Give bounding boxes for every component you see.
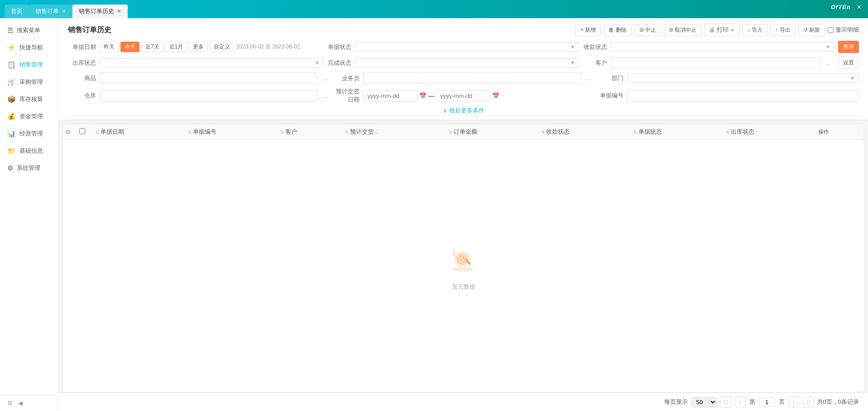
top-bar: 销售订单历史 首页 销售订单 ✕ 销售订单历史 ✕ OfTEn ✕ (0, 0, 868, 18)
goods-label: 商品 (68, 74, 100, 82)
date-btn-7days[interactable]: 近7天 (141, 42, 163, 52)
sidebar-item-system-mgmt[interactable]: ⚙ 系统管理 (0, 160, 58, 177)
filter-area: 单据日期 昨天 今天 近7天 近1月 更多 自定义 2023-06-02 至 2… (68, 41, 859, 116)
cancel-stop-button[interactable]: ⊘ 取消中止 (664, 24, 701, 36)
cal-end-icon[interactable]: 📅 (492, 92, 499, 99)
sidebar-item-label: 采购管理 (19, 78, 43, 86)
content-area: 销售订单历史 + 新增 🗑 删除 ⊘ 中止 ⊘ 取消中止 🖨 打印 ▼ ↓ 导入… (59, 18, 868, 411)
settings-button[interactable]: 设置 (838, 57, 859, 69)
sidebar-item-inventory-check[interactable]: 📦 库存核算 (0, 91, 58, 108)
goods-input[interactable] (100, 73, 317, 84)
import-button[interactable]: ↓ 导入 (743, 24, 767, 36)
col-bill-date[interactable]: ⇅ 单据日期 (90, 124, 182, 140)
page-number-input[interactable] (759, 397, 775, 407)
tab-home[interactable]: 销售订单历史 首页 (5, 5, 29, 18)
salesperson-ellipsis-btn[interactable]: ... (583, 75, 595, 82)
col-outbound-status[interactable]: ⇅ 出库状态 (720, 124, 813, 140)
window-close-button[interactable]: ✕ (854, 2, 863, 11)
salesperson-input[interactable] (363, 73, 581, 84)
customer-ellipsis-btn[interactable]: ... (822, 59, 834, 66)
select-all-checkbox[interactable] (79, 128, 85, 134)
refresh-button[interactable]: ↺ 刷新 (798, 24, 825, 36)
col-bill-status[interactable]: ⇅ 单据状态 (628, 124, 720, 140)
collapse-more-btn[interactable]: ∧ 收起更多条件 (68, 106, 859, 116)
tab-sales-order-history-close[interactable]: ✕ (117, 8, 121, 15)
sidebar-item-search-menu[interactable]: ☰ 搜索菜单 (0, 22, 58, 39)
purchase-mgmt-icon: 🛒 (7, 78, 16, 86)
topbar-right: OfTEn ✕ (831, 2, 863, 11)
delivery-date-end-input[interactable] (436, 90, 490, 102)
page-size-select[interactable]: 50 10 20 100 (691, 397, 717, 407)
sidebar-item-sales-mgmt[interactable]: 📋 销售管理 (0, 56, 58, 73)
col-expected-delivery[interactable]: ⇅ 预计交货... (340, 124, 443, 140)
tab-sales-order-close[interactable]: ✕ (62, 8, 66, 15)
display-detail-checkbox[interactable]: 显示明细 (828, 26, 859, 34)
goods-ellipsis-btn[interactable]: ... (319, 75, 331, 82)
bill-status-select[interactable]: ▼ (355, 42, 579, 52)
sidebar-settings-icon[interactable]: ⚙ (7, 400, 13, 406)
sidebar-collapse-icon[interactable]: ◀ (18, 400, 23, 406)
tab-sales-order[interactable]: 销售订单 ✕ (29, 5, 72, 18)
new-button[interactable]: + 新增 (575, 24, 601, 36)
tab-sales-order-history[interactable]: 销售订单历史 ✕ (72, 5, 128, 18)
date-btn-1month[interactable]: 近1月 (165, 42, 187, 52)
sidebar-item-capital-mgmt[interactable]: 💰 资金管理 (0, 108, 58, 125)
query-button[interactable]: 查询 (838, 41, 859, 53)
cal-start-icon[interactable]: 📅 (419, 92, 427, 99)
col-customer[interactable]: ⇅ 客户 (275, 124, 340, 140)
quick-nav-icon: ⚡ (7, 44, 16, 52)
col-bill-number[interactable]: ⇅ 单据编号 (182, 124, 275, 140)
delivery-date-start-input[interactable] (363, 90, 417, 102)
filter-row-1: 单据日期 昨天 今天 近7天 近1月 更多 自定义 2023-06-02 至 2… (68, 41, 859, 53)
sidebar-item-purchase-mgmt[interactable]: 🛒 采购管理 (0, 73, 58, 91)
bill-number-input[interactable] (627, 90, 859, 102)
date-btn-today[interactable]: 今天 (120, 42, 139, 52)
date-btn-yesterday[interactable]: 昨天 (100, 42, 119, 52)
sidebar-item-operations-mgmt[interactable]: 📊 经营管理 (0, 125, 58, 142)
sidebar-item-basic-info[interactable]: 📁 基础信息 (0, 142, 58, 160)
sidebar-item-label: 资金管理 (19, 112, 43, 121)
sidebar-item-label: 库存核算 (19, 95, 43, 103)
first-page-btn[interactable]: ⟨⟨ (720, 396, 731, 407)
payment-status-label: 收款状态 (579, 43, 611, 51)
department-select[interactable]: ▼ (627, 73, 859, 83)
sidebar-item-label: 搜索菜单 (17, 26, 40, 34)
sidebar-item-quick-nav[interactable]: ⚡ 快捷导航 (0, 39, 58, 56)
complete-status-label: 完成状态 (323, 59, 355, 67)
page-title: 销售订单历史 (68, 25, 111, 35)
warehouse-input[interactable] (100, 90, 317, 102)
stop-button[interactable]: ⊘ 中止 (634, 24, 661, 36)
complete-status-select[interactable]: ▼ (355, 58, 579, 68)
date-btn-more[interactable]: 更多 (189, 42, 208, 52)
delete-button[interactable]: 🗑 删除 (604, 24, 631, 36)
col-order-amount[interactable]: ⇅ 订单金额 (443, 124, 536, 140)
export-button[interactable]: ↑ 导出 (770, 24, 795, 36)
filter-row-2: 出库状态 ▼ 完成状态 ▼ (68, 57, 859, 69)
col-payment-status[interactable]: ⇅ 收款状态 (536, 124, 628, 140)
prev-page-btn[interactable]: ⟨ (735, 396, 746, 407)
date-btn-custom[interactable]: 自定义 (210, 42, 234, 52)
warehouse-label: 仓库 (68, 92, 100, 100)
print-button[interactable]: 🖨 打印 ▼ (704, 24, 740, 36)
table-settings-icon[interactable]: ⚙ (66, 129, 71, 135)
collapse-arrow-icon: ∧ (443, 107, 447, 114)
date-filter-control: 昨天 今天 近7天 近1月 更多 自定义 2023-06-02 至 2023-0… (100, 42, 323, 52)
print-dropdown-icon: ▼ (730, 28, 735, 33)
payment-status-select[interactable]: ▼ (611, 42, 834, 52)
next-page-btn[interactable]: ⟩ (788, 396, 799, 407)
brand-label: OfTEn (831, 4, 851, 10)
outbound-status-select[interactable]: ▼ (100, 58, 323, 68)
warehouse-ellipsis-btn[interactable]: ... (319, 92, 331, 99)
table-area: ⚙⇅ 单据日期⇅ 单据编号⇅ 客户⇅ 预计交货...⇅ 订单金额⇅ 收款状态⇅ … (62, 124, 864, 392)
date-range-text: 2023-06-02 至 2023-06-02 (236, 43, 300, 51)
table-header-row: ⚙⇅ 单据日期⇅ 单据编号⇅ 客户⇅ 预计交货...⇅ 订单金额⇅ 收款状态⇅ … (63, 124, 864, 140)
complete-status-arrow-icon: ▼ (571, 60, 575, 65)
total-records-text: 共0页，0条记录 (817, 398, 859, 406)
sidebar-item-label: 快捷导航 (19, 44, 43, 52)
sidebar-item-label: 销售管理 (19, 61, 43, 69)
customer-input[interactable] (611, 57, 820, 68)
page-unit-label: 页 (779, 398, 785, 406)
last-page-btn[interactable]: ⟩⟩ (803, 396, 814, 407)
basic-info-icon: 📁 (7, 147, 16, 155)
display-detail-input[interactable] (828, 27, 834, 33)
